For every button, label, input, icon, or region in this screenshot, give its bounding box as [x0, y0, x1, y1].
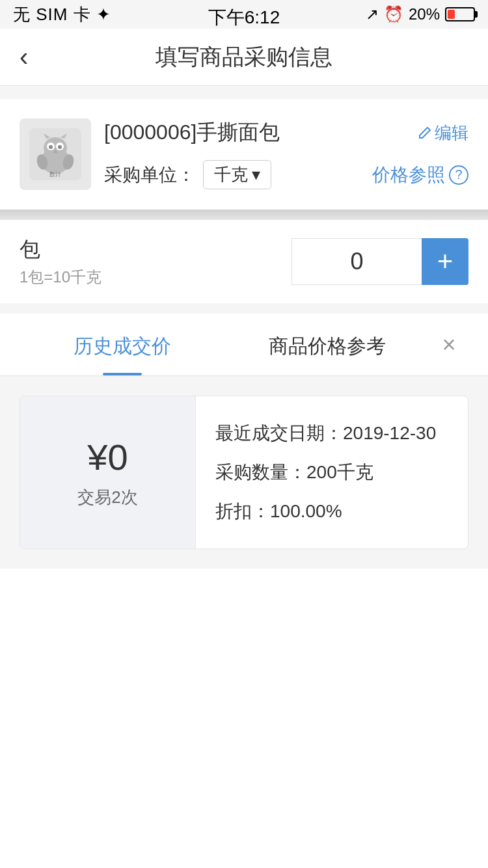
purchase-unit-label: 采购单位： — [104, 163, 195, 187]
purchase-quantity-value: 200千克 — [306, 462, 373, 482]
discount-row: 折扣：100.00% — [215, 498, 448, 525]
quantity-input[interactable] — [291, 238, 422, 285]
unit-dropdown[interactable]: 千克 ▾ — [203, 160, 271, 189]
product-logo-icon: 数计 — [29, 128, 81, 180]
price-ref-button[interactable]: 价格参照 ? — [372, 163, 468, 187]
battery-icon — [445, 7, 475, 21]
svg-point-5 — [49, 145, 53, 149]
product-image: 数计 — [20, 118, 91, 190]
status-bar: 无 SIM 卡 ✦ 下午6:12 ↗ ⏰ 20% — [0, 0, 488, 29]
battery-percent: 20% — [409, 5, 440, 23]
location-icon: ↗ — [366, 5, 379, 23]
quantity-plus-button[interactable]: + — [422, 238, 468, 285]
section-divider — [0, 210, 488, 220]
recent-date-value: 2019-12-30 — [343, 423, 436, 443]
tab-panel: 历史成交价 商品价格参考 × ¥0 交易2次 最近成交日期：2019-12-30… — [0, 314, 488, 569]
quantity-conversion-label: 1包=10千克 — [20, 267, 102, 288]
bottom-space — [0, 569, 488, 868]
history-price-panel: ¥0 交易2次 — [20, 396, 196, 549]
purchase-quantity-label: 采购数量： — [215, 462, 306, 482]
recent-date-label: 最近成交日期： — [215, 423, 343, 443]
tab-header: 历史成交价 商品价格参考 × — [0, 314, 488, 376]
discount-label: 折扣： — [215, 501, 270, 521]
recent-date-row: 最近成交日期：2019-12-30 — [215, 420, 448, 447]
product-name: [0000006]手撕面包 — [104, 118, 280, 147]
tab-history-price[interactable]: 历史成交价 — [20, 314, 224, 375]
quantity-unit-label: 包 — [20, 236, 102, 264]
status-carrier: 无 SIM 卡 ✦ — [13, 3, 111, 26]
svg-text:数计: 数计 — [49, 171, 61, 178]
status-icons: ↗ ⏰ 20% — [366, 5, 475, 23]
tab-close-button[interactable]: × — [429, 325, 468, 364]
status-time: 下午6:12 — [208, 5, 280, 30]
history-card: ¥0 交易2次 最近成交日期：2019-12-30 采购数量：200千克 折扣：… — [20, 396, 468, 549]
discount-value: 100.00% — [270, 501, 342, 521]
quantity-row: 包 1包=10千克 + — [0, 220, 488, 303]
dropdown-arrow-icon: ▾ — [252, 165, 260, 185]
edit-icon — [418, 126, 432, 140]
purchase-quantity-row: 采购数量：200千克 — [215, 459, 448, 486]
history-content: ¥0 交易2次 最近成交日期：2019-12-30 采购数量：200千克 折扣：… — [0, 376, 488, 569]
back-button[interactable]: ‹ — [13, 36, 34, 78]
history-trade-count: 交易2次 — [77, 486, 137, 509]
history-detail-panel: 最近成交日期：2019-12-30 采购数量：200千克 折扣：100.00% — [196, 396, 468, 549]
quantity-input-group: + — [291, 238, 468, 285]
edit-button[interactable]: 编辑 — [418, 122, 468, 144]
page-title: 填写商品采购信息 — [156, 42, 332, 72]
nav-bar: ‹ 填写商品采购信息 — [0, 29, 488, 86]
product-info: [0000006]手撕面包 编辑 采购单位： 千克 ▾ 价格参照 ? — [104, 118, 468, 189]
history-price-value: ¥0 — [87, 436, 128, 478]
price-ref-help-icon: ? — [449, 165, 468, 185]
product-card: 数计 [0000006]手撕面包 编辑 采购单位： 千克 ▾ 价格参照 — [0, 99, 488, 210]
alarm-icon: ⏰ — [384, 5, 403, 23]
svg-point-6 — [58, 145, 62, 149]
tab-product-ref[interactable]: 商品价格参考 — [224, 314, 429, 375]
